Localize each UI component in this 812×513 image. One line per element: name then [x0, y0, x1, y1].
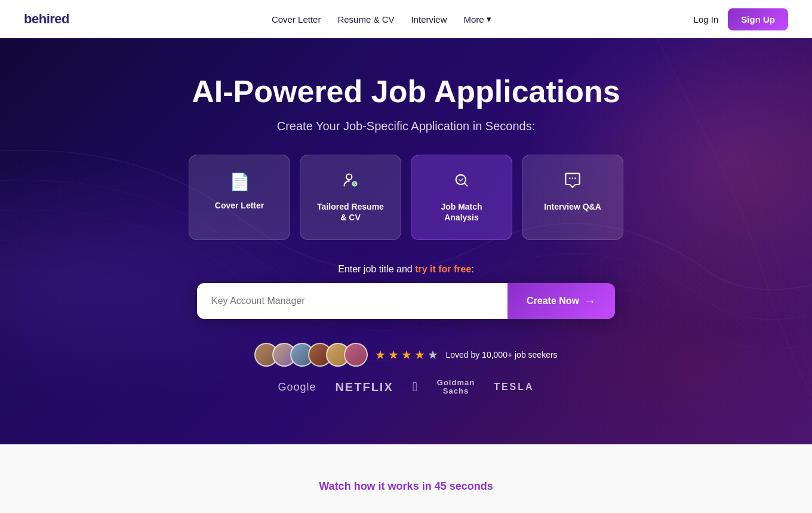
chevron-down-icon: ▾ [487, 14, 491, 24]
star-icon: ★ [427, 348, 438, 362]
feature-card-cover-letter[interactable]: 📄 Cover Letter [189, 155, 290, 240]
google-logo: Google [278, 381, 316, 394]
avatar-group [254, 343, 368, 367]
job-title-input[interactable] [197, 283, 508, 319]
star-icon: ★ [401, 348, 412, 362]
social-proof: ★ ★ ★ ★ ★ Loved by 10,000+ job seekers G… [12, 343, 800, 396]
feature-cards: 📄 Cover Letter Tailored Resume & CV [12, 155, 800, 240]
cover-letter-label: Cover Letter [215, 200, 264, 211]
cover-letter-icon: 📄 [229, 172, 250, 192]
job-match-label: Job Match Analysis [425, 201, 499, 223]
feature-card-interview-qa[interactable]: Interview Q&A [522, 155, 623, 240]
star-icon: ★ [375, 348, 386, 362]
social-proof-text: Loved by 10,000+ job seekers [445, 350, 557, 360]
apple-logo:  [413, 379, 418, 395]
nav-interview[interactable]: Interview [411, 14, 447, 24]
hero-subtitle: Create Your Job-Specific Application in … [12, 119, 800, 133]
star-icon: ★ [414, 348, 425, 362]
nav-more[interactable]: More ▾ [464, 14, 491, 24]
svg-point-2 [456, 174, 466, 184]
company-logos: Google NETFLIX  Goldman Sachs TESLA [278, 379, 534, 396]
hero-headline: AI-Powered Job Applications [12, 74, 800, 110]
create-now-label: Create Now [527, 296, 579, 306]
watch-how-it-works-link[interactable]: Watch how it works in 45 seconds [319, 480, 493, 492]
login-button[interactable]: Log In [694, 14, 719, 24]
search-bar: Create Now → [197, 283, 615, 319]
below-hero-section: Watch how it works in 45 seconds [0, 444, 812, 513]
tailored-resume-icon [342, 172, 359, 193]
logo[interactable]: behired [24, 11, 69, 27]
netflix-logo: NETFLIX [335, 380, 393, 394]
star-icon: ★ [388, 348, 399, 362]
interview-qa-label: Interview Q&A [544, 201, 601, 212]
arrow-right-icon: → [584, 294, 596, 308]
search-section: Enter job title and try it for free: Cre… [12, 264, 800, 319]
nav-links: Cover Letter Resume & CV Interview More … [272, 14, 491, 24]
nav-resume-cv[interactable]: Resume & CV [337, 14, 394, 24]
tesla-logo: TESLA [494, 382, 534, 392]
hero-section: AI-Powered Job Applications Create Your … [0, 38, 812, 444]
feature-card-tailored-resume[interactable]: Tailored Resume & CV [300, 155, 401, 240]
tailored-resume-label: Tailored Resume & CV [313, 201, 387, 223]
navigation: behired Cover Letter Resume & CV Intervi… [0, 0, 812, 38]
logo-text: behired [24, 11, 69, 26]
job-match-icon [453, 172, 470, 193]
search-label: Enter job title and try it for free: [12, 264, 800, 275]
feature-card-job-match[interactable]: Job Match Analysis [411, 155, 512, 240]
nav-right: Log In Sign Up [694, 8, 788, 30]
avatar [344, 343, 368, 367]
goldman-logo: Goldman Sachs [437, 379, 475, 396]
star-rating: ★ ★ ★ ★ ★ [375, 348, 438, 362]
signup-button[interactable]: Sign Up [728, 8, 788, 30]
nav-cover-letter[interactable]: Cover Letter [272, 14, 321, 24]
interview-qa-icon [564, 172, 581, 193]
svg-point-0 [346, 174, 352, 179]
proof-row: ★ ★ ★ ★ ★ Loved by 10,000+ job seekers [254, 343, 557, 367]
create-now-button[interactable]: Create Now → [508, 283, 615, 319]
